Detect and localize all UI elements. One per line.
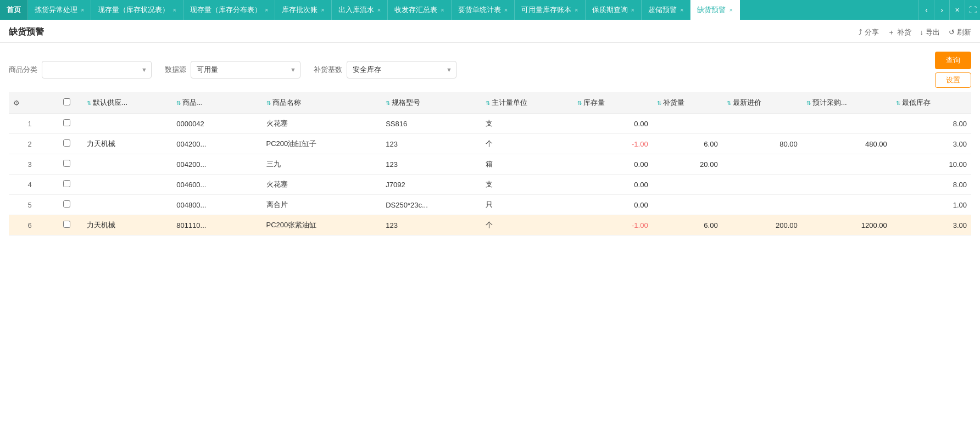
refresh-button[interactable]: ↺ 刷新 [949, 27, 971, 37]
replenish-base-value: 安全库存 [353, 65, 381, 75]
close-icon[interactable]: × [172, 7, 176, 13]
datasource-select[interactable]: 可用量 [191, 61, 300, 79]
replenish-base-select[interactable]: 安全库存 [347, 61, 456, 79]
col-header-replenish[interactable]: ⇅ 补货量 [653, 92, 722, 114]
col-header-supplier[interactable]: ⇅ 默认供应... [82, 92, 172, 114]
export-label: 导出 [926, 27, 940, 37]
row-checkbox-cell[interactable] [51, 154, 82, 175]
replenish-label: 补货 [897, 27, 911, 37]
row-checkbox[interactable] [63, 180, 70, 187]
row-supplier [82, 195, 172, 215]
row-checkbox[interactable] [63, 119, 70, 126]
datasource-filter-group: 数据源 可用量 ▼ [165, 61, 300, 79]
tab-home[interactable]: 首页 [0, 0, 28, 20]
row-stock: -1.00 [573, 215, 653, 236]
col-header-check[interactable] [51, 92, 82, 114]
col-header-code[interactable]: ⇅ 商品... [172, 92, 261, 114]
row-checkbox[interactable] [63, 221, 70, 228]
category-select[interactable] [42, 61, 152, 79]
row-latest-price: 80.00 [722, 134, 802, 154]
close-icon[interactable]: × [321, 7, 324, 13]
tab-expiry-query[interactable]: 保质期查询 × [586, 0, 642, 20]
export-button[interactable]: ↓ 导出 [920, 27, 940, 37]
tab-available-ledger[interactable]: 可用量库存账本 × [515, 0, 585, 20]
col-unit-label: 主计量单位 [492, 98, 527, 108]
col-minstock-label: 最低库存 [902, 98, 931, 108]
row-latest-price [722, 154, 802, 175]
tab-stock-dist[interactable]: 现存量（库存分布表） × [183, 0, 275, 20]
tab-next-button[interactable]: › [934, 0, 949, 20]
close-icon[interactable]: × [680, 7, 683, 13]
col-header-name[interactable]: ⇅ 商品名称 [262, 92, 382, 114]
close-icon[interactable]: × [377, 7, 381, 13]
tab-bar: 首页 拣货异常处理 × 现存量（库存状况表） × 现存量（库存分布表） × 库存… [0, 0, 980, 20]
close-icon[interactable]: × [575, 7, 578, 13]
row-est-purchase [802, 195, 892, 215]
sort-icon: ⇅ [727, 100, 731, 106]
query-button[interactable]: 查询 [935, 52, 971, 69]
col-header-price[interactable]: ⇅ 最新进价 [722, 92, 802, 114]
row-checkbox-cell[interactable] [51, 114, 82, 134]
row-checkbox[interactable] [63, 160, 70, 167]
tab-close-button[interactable]: × [949, 0, 965, 20]
replenish-icon: ＋ [888, 27, 895, 37]
col-header-unit[interactable]: ⇅ 主计量单位 [481, 92, 573, 114]
share-icon: ⤴ [859, 28, 862, 36]
row-checkbox-cell[interactable] [51, 215, 82, 236]
row-replenish: 6.00 [653, 134, 722, 154]
row-min-stock: 3.00 [892, 215, 971, 236]
col-header-stock[interactable]: ⇅ 库存量 [573, 92, 653, 114]
row-name: 火花塞 [262, 175, 382, 195]
tab-receipt-summary[interactable]: 收发存汇总表 × [388, 0, 451, 20]
tab-demand-stats[interactable]: 要货单统计表 × [452, 0, 515, 20]
row-name: 火花塞 [262, 114, 382, 134]
row-checkbox-cell[interactable] [51, 175, 82, 195]
close-icon[interactable]: × [265, 7, 268, 13]
select-all-checkbox[interactable] [63, 98, 70, 105]
tab-abnormal[interactable]: 拣货异常处理 × [28, 0, 91, 20]
row-checkbox-cell[interactable] [51, 134, 82, 154]
row-spec: SS816 [381, 114, 481, 134]
row-est-purchase: 1200.00 [802, 215, 892, 236]
tab-inout-flow[interactable]: 出入库流水 × [332, 0, 388, 20]
close-icon[interactable]: × [631, 7, 634, 13]
close-icon[interactable]: × [441, 7, 444, 13]
row-replenish: 20.00 [653, 154, 722, 175]
tab-shortage-label: 缺货预警 [697, 5, 726, 15]
tab-batch-account[interactable]: 库存批次账 × [275, 0, 331, 20]
share-button[interactable]: ⤴ 分享 [859, 27, 879, 37]
row-spec: 123 [381, 134, 481, 154]
table-body: 1 0000042 火花塞 SS816 支 0.00 8.00 2 力天机械 0… [9, 114, 971, 236]
col-name-label: 商品名称 [272, 98, 301, 108]
col-header-spec[interactable]: ⇅ 规格型号 [381, 92, 481, 114]
datasource-select-wrapper: 可用量 ▼ [191, 61, 300, 79]
row-checkbox[interactable] [63, 139, 70, 147]
table-header-row: ⚙ ⇅ 默认供应... ⇅ [9, 92, 971, 114]
close-icon[interactable]: × [729, 7, 732, 13]
col-stock-label: 库存量 [583, 98, 605, 108]
row-min-stock: 3.00 [892, 134, 971, 154]
row-checkbox-cell[interactable] [51, 195, 82, 215]
replenish-button[interactable]: ＋ 补货 [888, 27, 911, 37]
gear-icon[interactable]: ⚙ [13, 99, 20, 107]
tab-overstock[interactable]: 超储预警 × [642, 0, 691, 20]
close-icon[interactable]: × [81, 7, 84, 13]
col-header-minstock[interactable]: ⇅ 最低库存 [892, 92, 971, 114]
close-icon[interactable]: × [504, 7, 508, 13]
tab-prev-button[interactable]: ‹ [918, 0, 934, 20]
page-title: 缺货预警 [9, 26, 44, 38]
row-index: 2 [9, 134, 51, 154]
tab-nav-buttons: ‹ › × ⛶ [918, 0, 980, 20]
col-header-purchase[interactable]: ⇅ 预计采购... [802, 92, 892, 114]
tab-fullscreen-button[interactable]: ⛶ [965, 0, 980, 20]
row-unit: 支 [481, 114, 573, 134]
col-header-gear[interactable]: ⚙ [9, 92, 51, 114]
row-supplier: 力天机械 [82, 215, 172, 236]
settings-button[interactable]: 设置 [935, 72, 971, 88]
sort-icon: ⇅ [266, 100, 271, 106]
row-code: 004600... [172, 175, 261, 195]
tab-stock-status[interactable]: 现存量（库存状况表） × [91, 0, 183, 20]
row-checkbox[interactable] [63, 200, 70, 208]
col-code-label: 商品... [182, 98, 203, 108]
tab-shortage[interactable]: 缺货预警 × [691, 0, 739, 20]
